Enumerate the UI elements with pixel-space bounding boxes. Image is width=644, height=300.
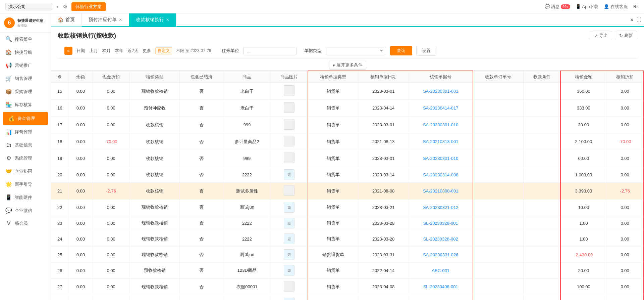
tab-home[interactable]: 🏠 首页 bbox=[51, 13, 82, 27]
more-link[interactable]: 更多 bbox=[143, 48, 151, 54]
verify-bill-no-cell[interactable]: SL-20230328-002 bbox=[409, 231, 473, 247]
gear-icon[interactable]: ⚙ bbox=[63, 3, 67, 10]
this-year-link[interactable]: 本年 bbox=[115, 48, 123, 54]
data-table: ⚙余额现金折扣核销类型包含已结清商品商品图片核销单据类型核销单据日期核销单据号收… bbox=[51, 71, 644, 300]
company-input[interactable] bbox=[5, 3, 52, 10]
sidebar-item-member[interactable]: V 畅会员 bbox=[0, 217, 51, 230]
verify-bill-no-link[interactable]: SA-20210808-001 bbox=[423, 188, 459, 194]
industry-button[interactable]: 休验行业方案 bbox=[71, 2, 106, 11]
refresh-button[interactable]: ↻ 刷新 bbox=[615, 31, 637, 40]
sidebar-item-purchase[interactable]: 📦 采购管理 bbox=[0, 85, 51, 98]
verify-bill-no-cell[interactable]: SA-20230331-026 bbox=[409, 247, 473, 263]
search-icon: 🔍 bbox=[5, 36, 12, 42]
last-month-link[interactable]: 上月 bbox=[89, 48, 98, 54]
verify-bill-no-cell[interactable]: SA-20230314-008 bbox=[409, 167, 473, 183]
product-image: 🖼 bbox=[284, 233, 294, 244]
sidebar-item-finance[interactable]: 💰 资金管理 bbox=[3, 112, 48, 125]
verify-bill-no-link[interactable]: ABC-001 bbox=[432, 268, 449, 273]
app-download-link[interactable]: 📱 App下载 bbox=[576, 4, 598, 10]
verify-bill-no-cell[interactable]: SL-20230328-001 bbox=[409, 215, 473, 231]
expand-icon[interactable]: ⛶ bbox=[637, 17, 641, 23]
verify-bill-no-cell[interactable]: SL-20230418-001 bbox=[409, 295, 473, 300]
row-num-cell: 23 bbox=[51, 215, 69, 231]
verify-bill-no-link[interactable]: SL-20230328-002 bbox=[423, 237, 458, 242]
include-settled-cell: 否 bbox=[180, 231, 223, 247]
verify-amount-cell: 1.00 bbox=[560, 215, 606, 231]
query-button[interactable]: 查询 bbox=[390, 46, 412, 55]
verify-bill-no-link[interactable]: SA-20230301-001 bbox=[423, 89, 459, 94]
expand-more-button[interactable]: ▾ 展开更多条件 bbox=[329, 61, 366, 70]
sidebar-item-label-sales: 销售管理 bbox=[15, 76, 32, 82]
online-service-link[interactable]: 👤 在线客服 bbox=[604, 4, 628, 10]
sidebar-item-inventory[interactable]: 🏪 库存核算 bbox=[0, 98, 51, 111]
sidebar-item-system[interactable]: ⚙ 系统管理 bbox=[0, 152, 51, 165]
verify-bill-no-cell[interactable]: SA-20210808-001 bbox=[409, 183, 473, 200]
verify-bill-no-link[interactable]: SL-20230408-001 bbox=[423, 284, 458, 289]
sidebar-item-corp[interactable]: 🤝 企业协同 bbox=[0, 165, 51, 178]
sidebar-item-hardware[interactable]: 📱 智能硬件 bbox=[0, 191, 51, 204]
sidebar-item-basic[interactable]: 🗂 基础信息 bbox=[0, 139, 51, 152]
verify-bill-no-link[interactable]: SA-20230301-010 bbox=[423, 156, 459, 161]
balance-cell: 0.00 bbox=[69, 215, 93, 231]
verify-bill-no-link[interactable]: SA-20230321-012 bbox=[423, 205, 459, 210]
balance-cell: 0.00 bbox=[69, 183, 93, 200]
include-settled-cell: 否 bbox=[180, 100, 223, 117]
balance-cell: 0.00 bbox=[69, 117, 93, 133]
balance-cell: 0.00 bbox=[69, 247, 93, 263]
verify-bill-no-cell[interactable]: SL-20230408-001 bbox=[409, 278, 473, 295]
filter-settings-button[interactable]: 设置 bbox=[416, 46, 436, 56]
last7-link[interactable]: 近7天 bbox=[127, 48, 139, 54]
include-settled-cell: 否 bbox=[180, 183, 223, 200]
counterpart-input[interactable] bbox=[243, 47, 297, 55]
col-header-settings[interactable]: ⚙ bbox=[51, 71, 69, 83]
custom-date-btn[interactable]: 自定义 bbox=[155, 47, 172, 54]
verify-bill-no-cell[interactable]: SA-20230301-010 bbox=[409, 150, 473, 167]
tab-receipt[interactable]: 收款核销执行 ✕ bbox=[129, 13, 176, 27]
verify-discount-cell: 0.00 bbox=[606, 278, 644, 295]
tab-prepay[interactable]: 预付冲应付单 ✕ bbox=[82, 13, 129, 27]
close-window-icon[interactable]: ✕ bbox=[630, 17, 634, 23]
balance-cell: 0.00 bbox=[69, 167, 93, 183]
app-download-label: App下载 bbox=[582, 4, 598, 9]
verify-bill-date-cell: 2021-08-08 bbox=[358, 183, 409, 200]
message-section[interactable]: 💬 消息 99+ bbox=[545, 4, 571, 10]
verify-bill-no-link[interactable]: SL-20230328-001 bbox=[423, 221, 458, 226]
sidebar-item-management[interactable]: 📊 经营管理 bbox=[0, 126, 51, 139]
goods-img-cell: 🖼 bbox=[271, 215, 308, 231]
table-row: 230.000.00现销收款核销否2222🖼销货单2023-03-28SL-20… bbox=[51, 215, 644, 231]
verify-bill-no-cell[interactable]: ABC-001 bbox=[409, 263, 473, 278]
tab-receipt-close-icon[interactable]: ✕ bbox=[166, 17, 169, 22]
inventory-icon: 🏪 bbox=[5, 101, 12, 108]
sidebar-item-shortcut[interactable]: 🏠 快捷导航 bbox=[0, 46, 51, 59]
service-icon: 👤 bbox=[604, 4, 609, 9]
export-button[interactable]: ↗ 导出 bbox=[590, 31, 612, 40]
verify-bill-no-link[interactable]: SA-20230414-017 bbox=[423, 105, 459, 111]
corp-icon: 🤝 bbox=[5, 168, 12, 174]
verify-bill-no-link[interactable]: SA-20230301-010 bbox=[423, 122, 459, 127]
this-month-link[interactable]: 本月 bbox=[102, 48, 111, 54]
verify-discount-cell: 0.00 bbox=[606, 100, 644, 117]
verify-bill-no-cell[interactable]: SA-20230321-012 bbox=[409, 200, 473, 215]
sidebar-item-marketing[interactable]: 📢 营销推广 bbox=[0, 59, 51, 72]
data-table-container[interactable]: ⚙余额现金折扣核销类型包含已结清商品商品图片核销单据类型核销单据日期核销单据号收… bbox=[51, 71, 644, 300]
voucher-type-select[interactable] bbox=[326, 47, 386, 55]
verify-bill-no-cell[interactable]: SA-20210813-001 bbox=[409, 133, 473, 150]
main-content: 🏠 首页 预付冲应付单 ✕ 收款核销执行 ✕ ✕ ⛶ 收款核销执行(按收款) bbox=[51, 13, 644, 300]
receipt-condition-cell bbox=[523, 295, 560, 300]
filter-expand-button[interactable]: » bbox=[64, 47, 72, 55]
verify-bill-no-cell[interactable]: SA-20230301-010 bbox=[409, 117, 473, 133]
user-name[interactable]: Rit bbox=[633, 4, 639, 9]
sidebar-item-search[interactable]: 🔍 搜索菜单 bbox=[0, 33, 51, 46]
verify-bill-no-cell[interactable]: SA-20230301-001 bbox=[409, 83, 473, 100]
sidebar-item-newbie[interactable]: 🌟 新手引导 bbox=[0, 178, 51, 191]
sidebar-item-wechat[interactable]: 💬 企业微信 bbox=[0, 204, 51, 217]
sidebar-item-sales[interactable]: 🛒 销售管理 bbox=[0, 72, 51, 85]
goods-cell: 2222 bbox=[223, 231, 271, 247]
tab-prepay-close-icon[interactable]: ✕ bbox=[119, 17, 122, 22]
verify-discount-cell: 0.00 bbox=[606, 150, 644, 167]
verify-bill-no-link[interactable]: SA-20230314-008 bbox=[423, 172, 459, 177]
verify-bill-no-link[interactable]: SA-20230331-026 bbox=[423, 252, 459, 257]
verify-bill-no-cell[interactable]: SA-20230414-017 bbox=[409, 100, 473, 117]
balance-cell: 0.00 bbox=[69, 200, 93, 215]
verify-bill-no-link[interactable]: SA-20210813-001 bbox=[423, 139, 459, 144]
